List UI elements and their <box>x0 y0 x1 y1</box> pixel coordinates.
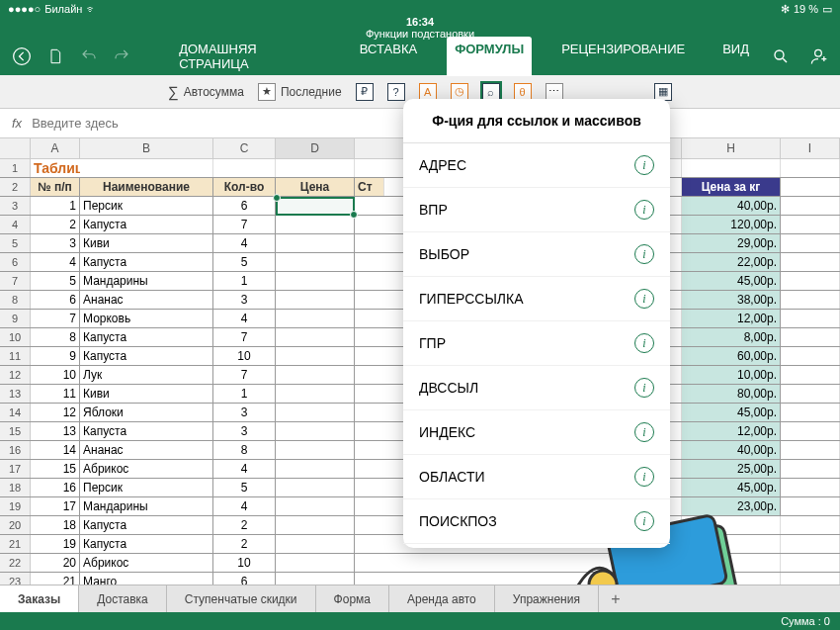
text-icon[interactable]: A <box>419 83 437 101</box>
col-header-H[interactable]: H <box>682 138 781 158</box>
financial-icon[interactable]: ₽ <box>356 83 374 101</box>
fx-label: fx <box>12 116 22 131</box>
col-header-D[interactable]: D <box>276 138 355 158</box>
redo-icon[interactable] <box>112 46 131 66</box>
function-item[interactable]: АДРЕСi <box>403 143 670 188</box>
carrier: Билайн <box>44 3 82 15</box>
info-icon[interactable]: i <box>634 467 654 487</box>
col-header-B[interactable]: B <box>80 138 213 158</box>
function-item[interactable]: ИНДЕКСi <box>403 410 670 455</box>
sheet-tabs: ЗаказыДоставкаСтупенчатые скидкиФормаАре… <box>0 585 840 612</box>
row-header[interactable]: 1 <box>0 159 31 177</box>
function-item[interactable]: ПОИСКПОЗi <box>403 499 670 544</box>
info-icon[interactable]: i <box>634 333 654 353</box>
tab-insert[interactable]: ВСТАВКА <box>352 37 425 76</box>
battery-pct: 19 % <box>794 3 818 15</box>
info-icon[interactable]: i <box>634 378 654 398</box>
function-item[interactable]: ГПРi <box>403 321 670 366</box>
svg-point-1 <box>775 50 784 59</box>
battery-icon: ▭ <box>822 3 832 16</box>
info-icon[interactable]: i <box>634 244 654 264</box>
col-header-C[interactable]: C <box>213 138 276 158</box>
sheet-tab[interactable]: Заказы <box>0 585 79 612</box>
back-button[interactable] <box>12 46 32 66</box>
col-header-A[interactable]: A <box>31 138 80 158</box>
info-icon[interactable]: i <box>634 511 654 531</box>
sheet-tab[interactable]: Аренда авто <box>389 585 495 612</box>
function-item[interactable]: ВПРi <box>403 188 670 232</box>
file-icon[interactable] <box>45 46 65 66</box>
function-item[interactable]: ГИПЕРССЫЛКАi <box>403 277 670 321</box>
svg-point-2 <box>815 49 822 56</box>
ribbon-tabs: ДОМАШНЯЯ СТРАНИЦА ВСТАВКА ФОРМУЛЫ РЕЦЕНЗ… <box>171 37 757 76</box>
sum-label: Сумма : 0 <box>781 615 830 627</box>
function-popup: Ф-ция для ссылок и массивов АДРЕСiВПРiВЫ… <box>403 99 670 548</box>
tab-formulas[interactable]: ФОРМУЛЫ <box>447 37 532 76</box>
signal-dots: ●●●●○ <box>8 3 41 15</box>
info-icon[interactable]: i <box>634 289 654 309</box>
select-all-corner[interactable] <box>0 138 31 158</box>
search-icon[interactable] <box>771 46 791 66</box>
tab-view[interactable]: ВИД <box>714 37 757 76</box>
logical-icon[interactable]: ? <box>387 83 405 101</box>
function-item[interactable]: ВЫБОРi <box>403 232 670 277</box>
app-header: 16:34 Функции подстановки ДОМАШНЯЯ СТРАН… <box>0 18 840 75</box>
sheet-tab[interactable]: Ступенчатые скидки <box>167 585 316 612</box>
popup-title: Ф-ция для ссылок и массивов <box>403 99 670 143</box>
undo-icon[interactable] <box>79 46 99 66</box>
function-item[interactable]: ОБЛАСТИi <box>403 455 670 499</box>
math-icon[interactable]: θ <box>514 83 532 101</box>
info-icon[interactable]: i <box>634 155 654 175</box>
lookup-icon[interactable]: ⌕ <box>482 83 500 101</box>
status-footer: Сумма : 0 <box>0 612 840 630</box>
autosum-button[interactable]: ∑Автосумма <box>168 83 244 100</box>
info-icon[interactable]: i <box>634 200 654 220</box>
share-icon[interactable] <box>808 46 828 66</box>
add-sheet-button[interactable]: + <box>599 585 632 612</box>
wifi-icon: ᯤ <box>86 3 97 15</box>
col-header-I[interactable]: I <box>781 138 840 158</box>
clock: 16:34 <box>366 16 474 28</box>
function-item[interactable]: ДВССЫЛi <box>403 366 670 410</box>
tab-review[interactable]: РЕЦЕНЗИРОВАНИЕ <box>553 37 693 76</box>
function-list[interactable]: АДРЕСiВПРiВЫБОРiГИПЕРССЫЛКАiГПРiДВССЫЛiИ… <box>403 143 670 549</box>
svg-point-0 <box>14 48 31 65</box>
sheet-tab[interactable]: Упражнения <box>495 585 599 612</box>
bluetooth-icon: ✻ <box>781 3 790 16</box>
tab-home[interactable]: ДОМАШНЯЯ СТРАНИЦА <box>171 37 330 76</box>
info-icon[interactable]: i <box>634 422 654 442</box>
calc-icon[interactable]: ▦ <box>654 83 672 101</box>
function-item[interactable]: ПОЛУЧИТЬ.ДАННЫЕ.СВОДН…i <box>403 544 670 549</box>
sheet-tab[interactable]: Доставка <box>79 585 167 612</box>
datetime-icon[interactable]: ◷ <box>451 83 468 101</box>
doc-subtitle: Функции подстановки <box>366 28 474 40</box>
sheet-tab[interactable]: Форма <box>316 585 389 612</box>
recent-button[interactable]: ★Последние <box>258 83 342 101</box>
